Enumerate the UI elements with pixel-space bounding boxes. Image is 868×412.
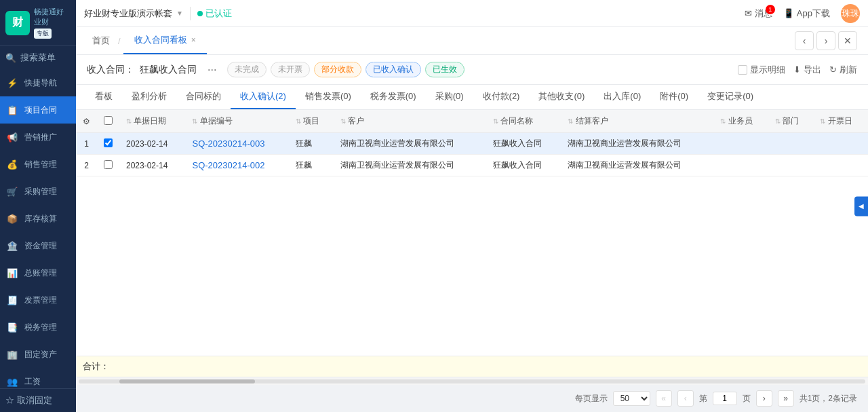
sidebar-item-sales[interactable]: 💰 销售管理 (0, 151, 76, 178)
sidebar-item-invoice[interactable]: 🧾 发票管理 (0, 286, 76, 314)
user-avatar[interactable]: 珠珠 (841, 4, 860, 23)
row-number-link-2[interactable]: SQ-20230214-002 (192, 160, 264, 170)
export-button[interactable]: ⬇ 导出 (793, 64, 821, 76)
sub-tab-profit[interactable]: 盈利分析 (122, 85, 176, 109)
sidebar-item-inventory[interactable]: 📦 库存核算 (0, 205, 76, 232)
refresh-icon: ↻ (829, 64, 837, 75)
search-icon: 🔍 (5, 53, 16, 63)
th-number: ⇅ 单据编号 (185, 110, 288, 133)
inventory-icon: 📦 (5, 212, 19, 225)
th-checkbox[interactable] (97, 110, 119, 133)
company-selector[interactable]: 好业财专业版演示帐套 ▼ (84, 7, 183, 20)
refresh-button[interactable]: ↻ 刷新 (829, 64, 857, 76)
sidebar: 财 畅捷通好业财 专版 🔍 搜索菜单 ⚡ 快捷导航 📋 项目合同 📢 营销推广 … (0, 0, 76, 412)
last-page-button[interactable]: » (778, 390, 794, 407)
scrollbar-thumb[interactable] (119, 379, 255, 383)
contract-more-button[interactable]: ··· (202, 62, 222, 77)
row-cb-1[interactable] (97, 133, 119, 155)
app-logo: 财 畅捷通好业财 专版 (0, 0, 76, 46)
sort-contract-icon[interactable]: ⇅ (493, 117, 498, 125)
show-detail-checkbox[interactable] (738, 65, 747, 75)
row-number-link-1[interactable]: SQ-20230214-003 (192, 138, 264, 149)
sub-tab-other-income[interactable]: 其他收支(0) (529, 85, 594, 109)
show-detail-toggle[interactable]: 显示明细 (738, 64, 785, 76)
sub-tab-tax-invoice[interactable]: 税务发票(0) (361, 85, 426, 109)
sidebar-item-marketing[interactable]: 📢 营销推广 (0, 124, 76, 151)
sidebar-item-tax-label: 税务管理 (24, 322, 57, 333)
sub-tab-board[interactable]: 看板 (85, 85, 122, 109)
sub-tab-payment[interactable]: 收付款(2) (473, 85, 530, 109)
page-number-input[interactable]: 1 (713, 392, 737, 405)
table-row[interactable]: 2 2023-02-14 SQ-20230214-002 狂飙 湖南卫视商业运营… (76, 155, 868, 176)
sub-tab-standard[interactable]: 合同标的 (176, 85, 231, 109)
sort-customer-icon[interactable]: ⇅ (340, 117, 346, 125)
sort-date-icon[interactable]: ⇅ (126, 117, 132, 125)
sidebar-item-capital[interactable]: 🏦 资金管理 (0, 232, 76, 259)
row-contract-2: 狂飙收入合同 (486, 155, 561, 176)
sidebar-item-quick-nav[interactable]: ⚡ 快捷导航 (0, 69, 76, 96)
sidebar-item-assets-label: 固定资产 (24, 349, 57, 360)
tab-next-button[interactable]: › (816, 31, 835, 50)
table-header-row: ⚙ ⇅ 单据日期 ⇅ 单据编号 ⇅ 项目 ⇅ 客户 ⇅ 合同名称 ⇅ 结算客户 … (76, 110, 868, 133)
sort-dept-icon[interactable]: ⇅ (775, 117, 781, 125)
tab-close-all-button[interactable]: ✕ (838, 31, 857, 50)
sort-salesperson-icon[interactable]: ⇅ (720, 117, 726, 125)
right-expand-panel[interactable]: ◀ (854, 196, 868, 216)
sub-tab-income-confirm[interactable]: 收入确认(2) (231, 85, 296, 109)
sidebar-item-inventory-label: 库存核算 (24, 213, 57, 225)
next-page-button[interactable]: › (756, 390, 772, 407)
topbar-divider (190, 7, 191, 20)
row-project-2: 狂飙 (289, 155, 334, 176)
sort-project-icon[interactable]: ⇅ (296, 117, 301, 125)
tab-prev-button[interactable]: ‹ (795, 31, 814, 50)
unpin-label: ☆ 取消固定 (5, 394, 52, 407)
company-name: 好业财专业版演示帐套 (84, 7, 172, 20)
tab-nav-buttons: ‹ › ✕ (795, 31, 857, 50)
sidebar-item-hr[interactable]: 👥 工资 (0, 368, 76, 388)
th-settings[interactable]: ⚙ (76, 110, 97, 133)
breadcrumb-home[interactable]: 首页 (87, 28, 115, 54)
horizontal-scrollbar[interactable] (76, 377, 868, 385)
row-2-checkbox[interactable] (104, 160, 113, 169)
sub-tab-sales-invoice[interactable]: 销售发票(0) (296, 85, 361, 109)
tab-income-contract[interactable]: 收入合同看板 × (123, 27, 207, 54)
per-page-select[interactable]: 50 20 100 (613, 391, 650, 406)
select-all-checkbox[interactable] (104, 116, 113, 125)
sub-tab-change-log[interactable]: 变更记录(0) (698, 85, 763, 109)
row-customer-1: 湖南卫视商业运营发展有限公司 (334, 133, 486, 155)
prev-page-button[interactable]: ‹ (677, 390, 694, 407)
messages-button[interactable]: ✉ 消息 1 (745, 7, 772, 20)
row-1-checkbox[interactable] (104, 138, 113, 147)
sub-tab-out-in[interactable]: 出入库(0) (594, 85, 650, 109)
first-page-button[interactable]: « (656, 390, 672, 407)
search-menu-item[interactable]: 🔍 搜索菜单 (0, 46, 76, 69)
sidebar-item-assets[interactable]: 🏢 固定资产 (0, 341, 76, 368)
row-cb-2[interactable] (97, 155, 119, 176)
sidebar-item-purchase[interactable]: 🛒 采购管理 (0, 178, 76, 205)
sub-tabs-bar: 看板 盈利分析 合同标的 收入确认(2) 销售发票(0) 税务发票(0) 采购(… (76, 85, 868, 110)
row-project-1: 狂飙 (289, 133, 334, 155)
sort-invoice-date-icon[interactable]: ⇅ (820, 117, 825, 125)
tab-close-button[interactable]: × (191, 35, 196, 45)
sort-number-icon[interactable]: ⇅ (192, 117, 197, 125)
page-word: 第 (699, 393, 707, 405)
row-number-1[interactable]: SQ-20230214-003 (185, 133, 288, 155)
sidebar-item-general[interactable]: 📊 总账管理 (0, 259, 76, 286)
pagination-bar: 每页显示 50 20 100 « ‹ 第 1 页 › » 共1页，2条记录 (76, 385, 868, 412)
unpin-button[interactable]: ☆ 取消固定 (0, 388, 76, 412)
sort-settled-icon[interactable]: ⇅ (568, 117, 573, 125)
row-number-2[interactable]: SQ-20230214-002 (185, 155, 288, 176)
sidebar-item-project[interactable]: 📋 项目合同 (0, 96, 76, 124)
sub-tab-attachment[interactable]: 附件(0) (650, 85, 698, 109)
app-download-button[interactable]: 📱 App下载 (783, 7, 830, 20)
verified-dot (197, 11, 203, 16)
sidebar-item-tax[interactable]: 📑 税务管理 (0, 314, 76, 341)
row-dept-2 (768, 155, 813, 176)
project-icon: 📋 (5, 103, 19, 117)
scrollbar-track[interactable] (79, 379, 865, 383)
assets-icon: 🏢 (5, 348, 19, 361)
tax-icon: 📑 (5, 320, 19, 334)
verified-label: 已认证 (205, 7, 232, 20)
sub-tab-purchase[interactable]: 采购(0) (426, 85, 473, 109)
table-row[interactable]: 1 2023-02-14 SQ-20230214-003 狂飙 湖南卫视商业运营… (76, 133, 868, 155)
